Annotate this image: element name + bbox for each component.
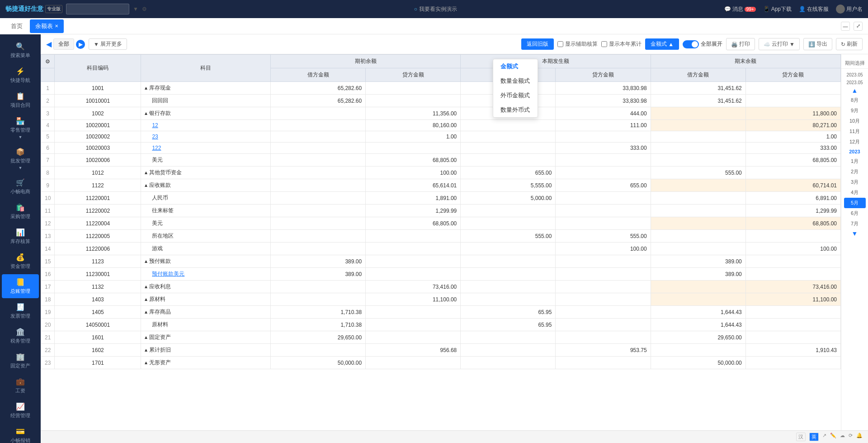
row-name-text: 游戏 xyxy=(152,245,163,252)
month-item[interactable]: 3月 xyxy=(844,177,866,187)
right-panel: 期间选择 2023.05 2023.05 ▲ 8月9月10月11月12月2023… xyxy=(841,54,868,430)
month-item[interactable]: 9月 xyxy=(844,105,866,116)
month-item[interactable]: 10月 xyxy=(844,116,866,126)
tax-icon: 🏛️ xyxy=(16,328,25,336)
sidebar-item-finance[interactable]: 💰 资金管理 xyxy=(2,249,39,273)
col-settings-header[interactable]: ⚙ xyxy=(41,55,55,68)
row-name: ▴ 银行存款 xyxy=(141,107,271,120)
nav-next-btn[interactable]: ▶ xyxy=(76,40,85,49)
month-item[interactable]: 5月 xyxy=(844,198,866,208)
month-item[interactable]: 1月 xyxy=(844,156,866,167)
tab-expand-btn[interactable]: ⤢ xyxy=(854,22,863,31)
tab-minimize-btn[interactable]: — xyxy=(841,22,850,31)
row-name-link[interactable]: 122 xyxy=(152,145,161,151)
tab-close-icon[interactable]: ✕ xyxy=(55,24,58,29)
row-name-link[interactable]: 预付账款美元 xyxy=(152,271,184,277)
nav-prev-btn[interactable]: ◀ xyxy=(46,40,52,48)
month-item[interactable]: 8月 xyxy=(844,95,866,105)
auxiliary-checkbox-label[interactable]: 显示辅助核算 xyxy=(557,40,598,48)
arrow-icon: ↗ xyxy=(822,433,826,441)
sidebar-item-purchase[interactable]: 🛍️ 采购管理 xyxy=(2,200,39,224)
sidebar-item-wholesale[interactable]: 📦 批发管理 ▼ xyxy=(2,144,39,174)
user-btn[interactable]: 用户名 xyxy=(836,5,863,14)
sidebar-item-assets[interactable]: 🏢 固定资产 xyxy=(2,349,39,373)
row-name-text: 人民币 xyxy=(152,195,168,201)
row-name-text: ▴ 累计折旧 xyxy=(145,347,170,353)
sidebar-item-management[interactable]: 📈 经营管理 xyxy=(2,399,39,423)
auxiliary-checkbox[interactable] xyxy=(557,41,563,47)
row-num: 11 xyxy=(41,205,55,217)
lang-zh-btn[interactable]: 汉 xyxy=(796,433,806,441)
row-open-debit: 389.00 xyxy=(270,255,365,268)
month-item[interactable]: 7月 xyxy=(844,219,866,229)
expand-all-switch[interactable] xyxy=(683,40,699,48)
row-open-credit xyxy=(366,230,461,243)
search-dropdown-icon[interactable]: ▼ xyxy=(133,6,138,12)
ytd-checkbox[interactable] xyxy=(601,41,607,47)
settings-icon[interactable]: ⚙ xyxy=(142,6,147,12)
dropdown-item-qty-amount[interactable]: 数量金额式 xyxy=(493,74,538,88)
tab-balance[interactable]: 余额表 ✕ xyxy=(30,19,64,33)
row-cur-credit xyxy=(556,154,651,167)
tab-balance-label: 余额表 xyxy=(35,22,53,30)
demo-link[interactable]: 我要看实例演示 xyxy=(419,5,457,13)
print-btn[interactable]: 🖨️ 打印 xyxy=(726,38,755,50)
dropdown-item-qty-foreign[interactable]: 数量外币式 xyxy=(493,103,538,117)
sidebar-item-inventory[interactable]: 📊 库存核算 xyxy=(2,224,39,248)
online-service-btn[interactable]: 👤 在线客服 xyxy=(799,5,829,13)
dropdown-item-amount[interactable]: 金额式 xyxy=(493,59,538,74)
lang-en-btn[interactable]: 英 xyxy=(809,433,819,441)
row-name-link[interactable]: 23 xyxy=(152,133,158,140)
row-cur-debit: 5,000.00 xyxy=(461,192,556,205)
row-open-debit xyxy=(270,131,365,143)
row-open-debit: 65,282.60 xyxy=(270,95,365,107)
expand-more-btn[interactable]: ▼ 展开更多 xyxy=(89,38,127,50)
row-name: 回回回 xyxy=(141,95,271,107)
app-download-btn[interactable]: 📱 App下载 xyxy=(763,5,792,13)
row-name-link[interactable]: 12 xyxy=(152,122,158,129)
month-up-btn[interactable]: ▲ xyxy=(841,87,868,94)
tab-home[interactable]: 首页 xyxy=(5,19,28,33)
row-name-text: 原材料 xyxy=(152,321,168,328)
sidebar-item-expense[interactable]: 💳 小畅报销 xyxy=(2,424,39,443)
breadcrumb-all[interactable]: 全部 xyxy=(53,38,74,50)
sidebar-item-invoice[interactable]: 🧾 发票管理 xyxy=(2,299,39,323)
mode-dropdown: 金额式 数量金额式 外币金额式 数量外币式 xyxy=(493,59,538,118)
sidebar-item-ecommerce[interactable]: 🛒 小畅电商 xyxy=(2,175,39,199)
sidebar-item-ledger[interactable]: 📒 总账管理 xyxy=(2,274,39,298)
cloud-print-btn[interactable]: ☁️ 云打印 ▼ xyxy=(759,38,800,50)
sidebar-item-retail[interactable]: 🏪 零售管理 ▼ xyxy=(2,113,39,143)
row-close-credit: 11,800.00 xyxy=(745,107,840,120)
ytd-checkbox-label[interactable]: 显示本年累计 xyxy=(601,40,642,48)
return-old-btn[interactable]: 返回旧版 xyxy=(521,38,554,50)
export-btn[interactable]: ⬇️ 导出 xyxy=(803,38,832,50)
toolbar-left: ◀ 全部 ▶ ▼ 展开更多 xyxy=(46,38,127,50)
sidebar-item-search[interactable]: 🔍 搜索菜单 xyxy=(2,38,39,62)
sidebar-item-salary[interactable]: 💼 工资 xyxy=(2,374,39,398)
dropdown-item-foreign-amount[interactable]: 外币金额式 xyxy=(493,88,538,103)
month-item[interactable]: 6月 xyxy=(844,208,866,219)
sidebar-item-tax[interactable]: 🏛️ 税务管理 xyxy=(2,324,39,348)
message-btn[interactable]: 💬 消息 99+ xyxy=(724,5,756,13)
sidebar-item-contracts[interactable]: 📋 项目合同 xyxy=(2,88,39,112)
row-cur-credit xyxy=(556,268,651,281)
search-icon: 🔍 xyxy=(16,42,25,51)
row-num: 19 xyxy=(41,306,55,319)
refresh-btn[interactable]: ↻ 刷新 xyxy=(836,38,863,50)
top-search-input[interactable] xyxy=(66,4,129,14)
sidebar-wholesale-label: 批发管理 xyxy=(10,157,30,164)
row-cur-credit xyxy=(556,293,651,306)
month-item[interactable]: 4月 xyxy=(844,187,866,198)
month-item[interactable]: 12月 xyxy=(844,137,866,147)
mode-btn[interactable]: 金额式 ▲ xyxy=(645,38,679,50)
month-item[interactable]: 2023 xyxy=(844,147,866,156)
row-cur-debit xyxy=(461,281,556,293)
row-name-text: 往来标签 xyxy=(152,207,174,214)
month-down-btn[interactable]: ▼ xyxy=(841,230,868,237)
month-item[interactable]: 11月 xyxy=(844,126,866,137)
row-close-debit xyxy=(651,344,745,357)
month-item[interactable]: 2月 xyxy=(844,167,866,177)
sidebar-item-quicknav[interactable]: ⚡ 快捷导航 xyxy=(2,63,39,87)
ledger-icon: 📒 xyxy=(16,278,25,286)
row-name: ▴ 库存商品 xyxy=(141,306,271,319)
